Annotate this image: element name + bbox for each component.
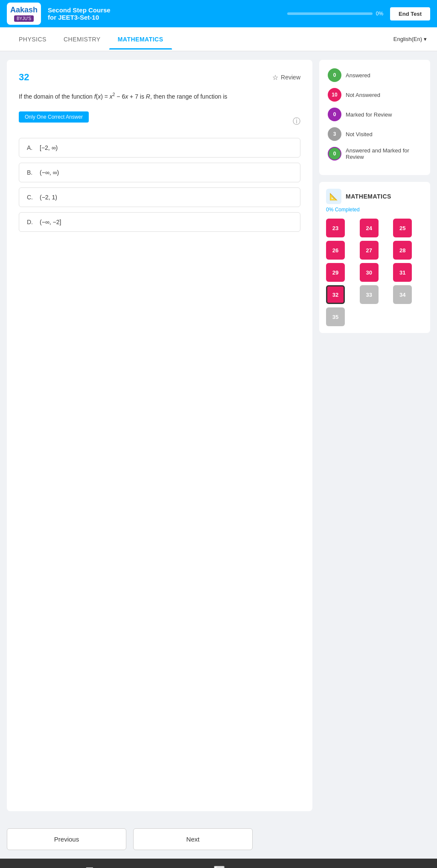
- not-answered-badge: 10: [328, 88, 341, 102]
- option-c-value: (−2, 1): [40, 194, 57, 201]
- info-icon[interactable]: ⓘ: [293, 116, 300, 126]
- option-b-value: (−∞, ∞): [40, 169, 59, 176]
- star-icon: ☆: [272, 73, 278, 82]
- option-a-label: A.: [27, 144, 35, 151]
- bottom-nav: ☰ ⬜ ◁: [0, 859, 437, 868]
- question-btn-35[interactable]: 35: [326, 307, 345, 326]
- question-btn-31[interactable]: 31: [393, 263, 412, 282]
- previous-button[interactable]: Previous: [7, 828, 126, 850]
- marked-label: Marked for Review: [346, 111, 392, 118]
- main-content: 32 ☆ Review If the domain of the functio…: [0, 51, 437, 820]
- option-d[interactable]: D. (−∞, −2]: [19, 212, 300, 232]
- status-answered-marked: 0 Answered and Marked for Review: [328, 147, 422, 161]
- question-btn-29[interactable]: 29: [326, 263, 345, 282]
- progress-bar-container: [287, 12, 373, 15]
- review-label: Review: [281, 74, 300, 81]
- logo-aakash: Aakash: [10, 6, 38, 15]
- status-marked: 0 Marked for Review: [328, 108, 422, 121]
- question-btn-32[interactable]: 32: [326, 285, 345, 304]
- sidebar: 0 Answered 10 Not Answered 0 Marked for …: [319, 60, 430, 811]
- next-button[interactable]: Next: [133, 828, 253, 850]
- math-section-panel: 📐 MATHEMATICS 0% Completed 2324252627282…: [319, 182, 430, 333]
- home-icon[interactable]: ⬜: [213, 866, 225, 868]
- question-panel: 32 ☆ Review If the domain of the functio…: [7, 60, 312, 811]
- question-btn-24[interactable]: 24: [360, 219, 379, 237]
- tab-mathematics[interactable]: MATHEMATICS: [109, 29, 172, 50]
- answered-marked-badge: 0: [328, 147, 341, 161]
- option-a[interactable]: A. [−2, ∞): [19, 138, 300, 158]
- end-test-button[interactable]: End Test: [390, 7, 430, 20]
- tab-chemistry[interactable]: CHEMISTRY: [55, 29, 109, 50]
- option-b[interactable]: B. (−∞, ∞): [19, 163, 300, 182]
- tab-physics[interactable]: PHYSICS: [10, 29, 55, 50]
- question-btn-25[interactable]: 25: [393, 219, 412, 237]
- progress-text: 0%: [376, 11, 383, 17]
- option-b-label: B.: [27, 169, 35, 176]
- tab-bar: PHYSICS CHEMISTRY MATHEMATICS English(En…: [0, 27, 437, 51]
- not-answered-label: Not Answered: [346, 92, 380, 98]
- question-btn-23[interactable]: 23: [326, 219, 345, 237]
- option-d-value: (−∞, −2]: [40, 219, 61, 225]
- question-header: 32 ☆ Review: [19, 72, 300, 83]
- question-btn-34[interactable]: 34: [393, 285, 412, 304]
- not-visited-label: Not Visited: [346, 131, 373, 137]
- header-title: Second Step Course for JEET3-Set-10: [48, 6, 280, 21]
- option-d-label: D.: [27, 219, 35, 225]
- section-header: 📐 MATHEMATICS: [326, 189, 423, 204]
- option-c-label: C.: [27, 194, 35, 201]
- question-btn-26[interactable]: 26: [326, 241, 345, 260]
- question-btn-30[interactable]: 30: [360, 263, 379, 282]
- marked-badge: 0: [328, 108, 341, 121]
- answered-marked-label: Answered and Marked for Review: [346, 147, 422, 160]
- menu-icon[interactable]: ☰: [85, 866, 94, 868]
- question-btn-28[interactable]: 28: [393, 241, 412, 260]
- completed-text: 0% Completed: [326, 207, 423, 213]
- answered-label: Answered: [346, 72, 370, 79]
- status-not-visited: 3 Not Visited: [328, 127, 422, 141]
- status-panel: 0 Answered 10 Not Answered 0 Marked for …: [319, 60, 430, 175]
- question-text: If the domain of the function f(x) = x2 …: [19, 91, 300, 101]
- header: Aakash BYJU'S Second Step Course for JEE…: [0, 0, 437, 27]
- section-icon: 📐: [326, 189, 341, 204]
- language-label: English(En): [393, 36, 422, 42]
- language-selector[interactable]: English(En) ▾: [393, 36, 427, 42]
- answer-type-badge: Only One Correct Answer: [19, 111, 89, 123]
- option-a-value: [−2, ∞): [40, 144, 58, 151]
- option-c[interactable]: C. (−2, 1): [19, 187, 300, 207]
- question-btn-27[interactable]: 27: [360, 241, 379, 260]
- logo-byjus: BYJU'S: [14, 15, 34, 22]
- status-not-answered: 10 Not Answered: [328, 88, 422, 102]
- answered-badge: 0: [328, 68, 341, 82]
- not-visited-badge: 3: [328, 127, 341, 141]
- question-btn-33[interactable]: 33: [360, 285, 379, 304]
- logo: Aakash BYJU'S: [7, 3, 41, 25]
- status-answered: 0 Answered: [328, 68, 422, 82]
- review-button[interactable]: ☆ Review: [272, 73, 300, 82]
- nav-buttons: Previous Next: [0, 820, 437, 859]
- back-icon[interactable]: ◁: [344, 866, 352, 868]
- section-title: MATHEMATICS: [346, 193, 391, 200]
- options-container: A. [−2, ∞) B. (−∞, ∞) C. (−2, 1) D. (−∞,…: [19, 138, 300, 232]
- question-grid: 23242526272829303132333435: [326, 219, 423, 326]
- progress-area: 0%: [287, 11, 383, 17]
- question-number: 32: [19, 72, 29, 83]
- chevron-down-icon: ▾: [424, 36, 427, 42]
